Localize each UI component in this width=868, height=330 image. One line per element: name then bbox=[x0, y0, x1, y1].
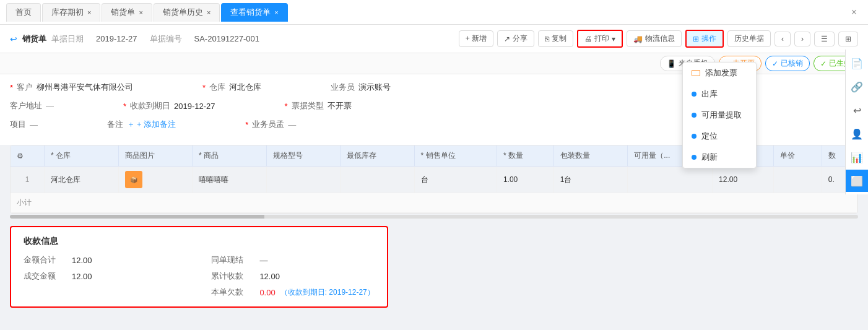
sidebar-doc-icon[interactable]: 📄 bbox=[846, 52, 868, 74]
tab-close-view[interactable]: × bbox=[274, 9, 278, 16]
refresh-item[interactable]: 刷新 bbox=[683, 147, 756, 168]
transaction-label: 成交金额 bbox=[24, 271, 67, 282]
share-button[interactable]: ↗ 分享 bbox=[497, 30, 534, 47]
share-icon: ↗ bbox=[504, 35, 510, 43]
row-unit[interactable]: 台 bbox=[414, 167, 497, 193]
tab-close-history[interactable]: × bbox=[207, 9, 210, 16]
row-stock[interactable]: 12.00 bbox=[713, 167, 774, 193]
operation-button[interactable]: ⊞ 操作 bbox=[685, 30, 724, 48]
doc-date-value: 2019-12-27 bbox=[96, 34, 137, 43]
cumulative-value: 12.00 bbox=[259, 272, 280, 281]
col-gear[interactable]: ⚙ bbox=[11, 145, 45, 167]
cumulative-label: 累计收款 bbox=[211, 271, 254, 282]
tab-close-sales[interactable]: × bbox=[139, 9, 142, 16]
available-qty-dot bbox=[692, 113, 697, 118]
salesperson2-value[interactable]: — bbox=[288, 120, 296, 129]
product-thumbnail: 📦 bbox=[125, 171, 142, 188]
scroll-bar[interactable] bbox=[10, 215, 858, 219]
doc-no-label: 单据编号 bbox=[150, 33, 182, 45]
payment-right-col: 同单现结 — 累计收款 12.00 本单欠款 0.00 （收款到期日: 2019… bbox=[211, 254, 374, 298]
row-qty[interactable]: 1.00 bbox=[497, 167, 553, 193]
transaction-row: 成交金额 12.00 bbox=[24, 271, 186, 282]
tab-home[interactable]: 首页 bbox=[6, 3, 41, 22]
cumulative-row: 累计收款 12.00 bbox=[211, 271, 374, 282]
address-value[interactable]: — bbox=[46, 102, 54, 111]
row-available bbox=[628, 167, 713, 193]
operation-dropdown: 添加发票 出库 可用量提取 定位 刷新 bbox=[682, 62, 757, 168]
tab-sales-history[interactable]: 销货单历史 × bbox=[154, 3, 220, 22]
doc-title-area: ↩ 销货单 单据日期 2019-12-27 单据编号 SA-20191227-0… bbox=[10, 33, 449, 45]
transaction-value: 12.00 bbox=[72, 272, 92, 281]
print-icon: 🖨 bbox=[584, 35, 592, 43]
row-min-stock bbox=[341, 167, 415, 193]
prev-button[interactable]: ‹ bbox=[775, 32, 791, 46]
effective-icon: ✓ bbox=[820, 59, 827, 68]
grid-view-button[interactable]: ☰ bbox=[814, 32, 835, 46]
project-value[interactable]: — bbox=[30, 120, 38, 129]
col-price: 单价 bbox=[773, 145, 822, 167]
note-field: 备注 ＋ + 添加备注 bbox=[107, 119, 176, 130]
warehouse-label: 仓库 bbox=[209, 82, 225, 93]
current-due-note: （收款到期日: 2019-12-27） bbox=[280, 287, 375, 298]
payment-title: 收款信息 bbox=[24, 236, 375, 247]
print-dropdown-arrow: ▾ bbox=[612, 35, 615, 43]
salesperson-value[interactable]: 演示账号 bbox=[358, 82, 391, 93]
current-due-row: 本单欠款 0.00 （收款到期日: 2019-12-27） bbox=[211, 287, 374, 298]
sidebar-chart-icon[interactable]: 📊 bbox=[846, 146, 868, 168]
current-due-value: 0.00 bbox=[259, 288, 275, 297]
customer-required-star: * bbox=[10, 83, 13, 92]
col-warehouse: * 仓库 bbox=[45, 145, 119, 167]
list-view-button[interactable]: ⊞ bbox=[838, 32, 858, 46]
outbound-item[interactable]: 出库 bbox=[683, 84, 756, 105]
row-warehouse[interactable]: 河北仓库 bbox=[45, 167, 119, 193]
ticket-type-field: * 票据类型 不开票 bbox=[285, 100, 352, 111]
due-date-value[interactable]: 2019-12-27 bbox=[174, 102, 215, 111]
customer-value[interactable]: 柳州粤港平安气体有限公司 bbox=[37, 82, 133, 93]
doc-meta: 单据日期 2019-12-27 单据编号 SA-20191227-001 bbox=[51, 33, 259, 45]
row-image: 📦 bbox=[118, 167, 193, 193]
doc-type-label: 销货单 bbox=[22, 33, 46, 45]
logistics-button[interactable]: 🚚 物流信息 bbox=[627, 30, 682, 47]
add-note-button[interactable]: ＋ + 添加备注 bbox=[127, 119, 176, 130]
sidebar-link-icon[interactable]: 🔗 bbox=[846, 76, 868, 98]
copy-button[interactable]: ⎘ 复制 bbox=[538, 30, 573, 47]
history-button[interactable]: 历史单据 bbox=[727, 30, 771, 47]
plus-icon: ＋ bbox=[127, 119, 135, 130]
add-invoice-item[interactable]: 添加发票 bbox=[683, 63, 756, 84]
sidebar-user-icon[interactable]: 👤 bbox=[846, 123, 868, 145]
locate-item[interactable]: 定位 bbox=[683, 126, 756, 147]
project-label: 项目 bbox=[10, 119, 26, 130]
warehouse-value[interactable]: 河北仓库 bbox=[229, 82, 261, 93]
subtotal-label: 小计 bbox=[11, 193, 857, 213]
new-button[interactable]: + 新增 bbox=[459, 30, 493, 47]
salesperson2-label: 业务员孟 bbox=[252, 119, 284, 130]
row-pkg-qty[interactable]: 1台 bbox=[553, 167, 628, 193]
tab-close-inventory[interactable]: × bbox=[87, 9, 91, 16]
payment-grid: 金额合计 12.00 成交金额 12.00 同单现结 — 累计收款 12.00 … bbox=[24, 254, 375, 298]
row-seq: 1 bbox=[11, 167, 45, 193]
salesperson-field: 业务员 演示账号 bbox=[331, 82, 391, 93]
confirmed-button[interactable]: ✓ 已核销 bbox=[765, 56, 810, 71]
sidebar-back-icon[interactable]: ↩ bbox=[846, 99, 868, 121]
tab-inventory-init[interactable]: 库存期初 × bbox=[42, 3, 100, 22]
window-close-button[interactable]: × bbox=[846, 7, 862, 18]
logistics-icon: 🚚 bbox=[633, 35, 643, 43]
next-button[interactable]: › bbox=[794, 32, 810, 46]
tab-view-sales[interactable]: 查看销货单 × bbox=[221, 3, 287, 22]
row-price bbox=[773, 167, 822, 193]
row-product[interactable]: 嘻嘻嘻嘻 bbox=[193, 167, 267, 193]
payment-section: 收款信息 金额合计 12.00 成交金额 12.00 同单现结 — 累计收款 1… bbox=[10, 226, 388, 308]
col-unit: * 销售单位 bbox=[414, 145, 497, 167]
tab-sales-order[interactable]: 销货单 × bbox=[102, 3, 152, 22]
sidebar-expand-icon[interactable]: ⬜ bbox=[846, 170, 868, 192]
customer-label: 客户 bbox=[17, 82, 33, 93]
print-button[interactable]: 🖨 打印 ▾ bbox=[577, 30, 623, 48]
ticket-type-value[interactable]: 不开票 bbox=[328, 100, 352, 111]
check-icon: ✓ bbox=[772, 59, 778, 68]
available-qty-item[interactable]: 可用量提取 bbox=[683, 105, 756, 126]
doc-header: ↩ 销货单 单据日期 2019-12-27 单据编号 SA-20191227-0… bbox=[0, 25, 868, 53]
same-settlement-row: 同单现结 — bbox=[211, 254, 374, 266]
salesperson2-field: * 业务员孟 — bbox=[245, 119, 296, 130]
warehouse-field: * 仓库 河北仓库 bbox=[202, 82, 261, 93]
phone-icon: 📱 bbox=[667, 59, 676, 68]
